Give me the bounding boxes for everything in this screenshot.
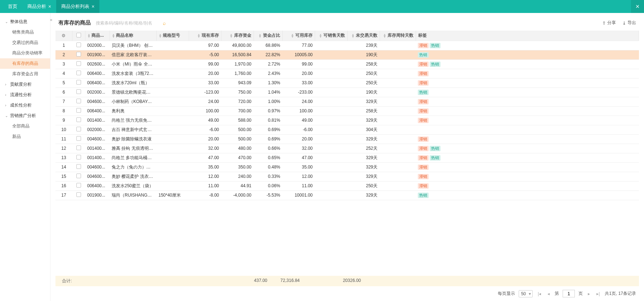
tab-商品分析[interactable]: 商品分析× [22,0,56,13]
col-gear[interactable]: ⚙ [55,31,72,41]
cell-sale-days [315,181,347,190]
tag-stale: 滞销 [418,62,429,67]
row-checkbox[interactable] [76,145,81,150]
tab-商品分析列表[interactable]: 商品分析列表× [56,0,99,13]
row-checkbox[interactable] [76,164,81,169]
col-avail[interactable]: ▲▼可用库存 [282,31,315,41]
row-checkbox[interactable] [76,117,81,122]
table-row[interactable]: 1002000...贝汉美（BHM） 创意北欧摆97.0049,800.0068… [55,41,639,50]
page-input[interactable] [563,290,575,297]
export-button[interactable]: ⤓ 导出 [622,20,636,26]
table-row[interactable]: 10002000...吉百 禅意新中式玄关摆件套-6.00500.000.69%… [55,125,639,134]
nav-group-贡献度分析[interactable]: ›贡献度分析 [0,79,50,90]
cell-code: 001900... [85,190,109,200]
nav-group-营销推广分析[interactable]: ⌄营销推广分析 [0,111,50,121]
cell-funds: 943.09 [221,78,254,87]
row-checkbox[interactable] [76,183,81,188]
topbar-close-button[interactable]: × [631,0,644,13]
cell-seq: 6 [55,87,72,97]
page-prev-button[interactable]: ◂ [546,291,551,296]
cell-turnover-days [380,162,416,172]
table-row[interactable]: 5006400...洗发水720ml（瓶）33.00943.091.30%33.… [55,78,639,87]
table-row[interactable]: 6002000...景德镇北欧陶瓷花瓶摆件 仿-123.00750.001.04… [55,87,639,97]
col-stock[interactable]: ▲▼现有库存 [189,31,221,41]
row-checkbox[interactable] [76,61,81,66]
row-checkbox[interactable] [76,174,81,178]
table-row[interactable]: 7004600...小林制药（KOBAYASHI）E24.00720.001.0… [55,97,639,106]
nav-item-商品分类动销率[interactable]: 商品分类动销率 [0,48,50,58]
col-spec[interactable]: ▲▼规格型号 [156,31,189,41]
row-checkbox[interactable] [76,127,81,131]
col-sale-days[interactable]: ▲▼可销售天数 [315,31,347,41]
row-checkbox[interactable] [76,42,81,47]
row-checkbox[interactable] [76,136,81,141]
col-turnover-days[interactable]: ▲▼库存周转天数 [380,31,416,41]
table-row[interactable]: 9001400...尚格兰 强力无痕免打孔浴室49.00588.000.81%4… [55,116,639,125]
cell-checkbox [72,134,85,144]
col-name[interactable]: ▲▼商品名称 [109,31,156,41]
table-row[interactable]: 8006400...奥利奥100.00700.000.97%100.00258天… [55,106,639,116]
search-input[interactable] [96,21,161,26]
cell-spec [156,69,189,78]
col-code[interactable]: ▲▼商品... [85,31,109,41]
nav-item-销售类商品[interactable]: 销售类商品 [0,27,50,37]
table-row[interactable]: 3002600...小米（MI）雨伞 全自动折叠99.001,970.002.7… [55,59,639,69]
table-row[interactable]: 11004600...奥妙 除菌除螨洗衣液20.00500.000.69%20.… [55,134,639,144]
page-first-button[interactable]: |◂ [536,291,542,296]
cell-code: 002000... [85,41,109,50]
row-checkbox[interactable] [76,89,81,94]
search-icon[interactable]: ⌕ [163,20,166,26]
row-checkbox[interactable] [76,108,81,113]
nav-item-全部商品[interactable]: 全部商品 [0,121,50,131]
page-next-button[interactable]: ▸ [586,291,591,296]
nav-item-有库存的商品[interactable]: 有库存的商品 [0,58,50,69]
sidebar-collapse-button[interactable]: « [48,17,54,23]
cell-funds: 700.00 [221,106,254,116]
col-ratio[interactable]: ▲▼资金占比 [254,31,282,41]
per-page-select[interactable]: 50 ▾ [519,290,533,297]
row-checkbox[interactable] [76,155,81,160]
nav-group-流通性分析[interactable]: ›流通性分析 [0,90,50,100]
row-checkbox[interactable] [76,71,81,75]
row-checkbox[interactable] [76,99,81,103]
col-tags[interactable]: 标签 [416,31,639,41]
share-button[interactable]: ⇪ 分享 [602,20,616,26]
table-row[interactable]: 16006400...洗发水250蜜兰（袋）11.0044.910.06%11.… [55,181,639,190]
tab-close-icon[interactable]: × [91,0,94,13]
cell-checkbox [72,97,85,106]
tag-stale: 滞销 [418,155,429,161]
row-checkbox[interactable] [76,80,81,85]
cell-code: 001900... [85,50,109,59]
nav-item-新品[interactable]: 新品 [0,131,50,142]
cell-notrade-days: 329天 [347,190,380,200]
row-checkbox[interactable] [76,192,81,197]
table-row[interactable]: 14004600...兔之力（兔の力）粘毛器粘35.00350.000.48%3… [55,162,639,172]
row-checkbox[interactable] [76,52,81,57]
cell-turnover-days [380,78,416,87]
nav-group-整体信息[interactable]: ⌄整体信息 [0,17,50,27]
cell-name: 倍思家 北欧客厅装饰画卧室 [109,50,156,59]
table-row[interactable]: 4006400...洗发水套装（3瓶720ml+1）20.001,760.002… [55,69,639,78]
table-row[interactable]: 17001900...瑞尚（RUISHANG） 卧室装150*40厘米-8.00… [55,190,639,200]
cell-seq: 4 [55,69,72,78]
chevron-right-icon: › [5,103,9,107]
nav-group-成长性分析[interactable]: ›成长性分析 [0,100,50,111]
tab-close-icon[interactable]: × [48,0,51,13]
cell-turnover-days [380,134,416,144]
table-row[interactable]: 12001400...雅高 挂钩 无痕透明粘钩 强32.00480.000.66… [55,144,639,153]
tab-首页[interactable]: 首页 [3,0,22,13]
col-funds[interactable]: ▲▼库存资金 [221,31,254,41]
col-notrade-days[interactable]: ▲▼未交易天数 [347,31,380,41]
cell-ratio: 0.65% [254,153,282,162]
page-last-button[interactable]: ▸| [595,291,601,296]
nav-item-交易过的商品[interactable]: 交易过的商品 [0,37,50,48]
nav-item-库存资金占用[interactable]: 库存资金占用 [0,69,50,79]
table-row[interactable]: 15004600...奥妙 樱花柔护 洗衣凝珠 1012.00240.000.3… [55,172,639,181]
table-row[interactable]: 13001400...尚格兰 多功能马桶刷套装 带47.00470.000.65… [55,153,639,162]
header-checkbox[interactable] [76,33,81,37]
col-checkbox[interactable] [72,31,85,41]
table-row[interactable]: 2001900...倍思家 北欧客厅装饰画卧室-5.0016,500.8422.… [55,50,639,59]
cell-spec [156,41,189,50]
tag-stale: 滞销 [418,118,429,123]
cell-ratio: 1.04% [254,87,282,97]
